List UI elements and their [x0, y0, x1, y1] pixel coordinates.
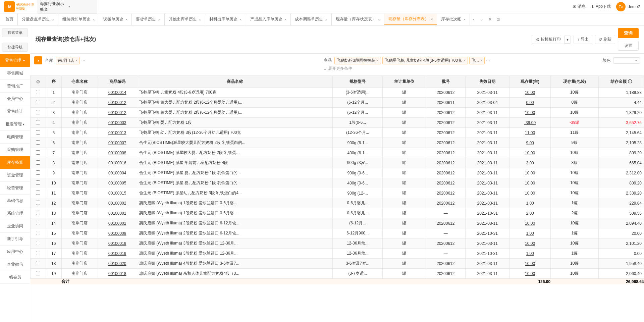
- row-stock-main[interactable]: 3.00: [509, 158, 550, 168]
- sidebar-item-marketing[interactable]: 营销推广: [0, 80, 30, 93]
- sidebar-item-retail-stats[interactable]: 零售统计: [0, 105, 30, 118]
- row-checkbox-cell[interactable]: [31, 168, 46, 178]
- tab-next-btn[interactable]: ›: [478, 14, 486, 25]
- row-code[interactable]: 00100012: [98, 98, 137, 108]
- tab-zu-chai-close[interactable]: ×: [93, 17, 95, 21]
- quick-nav-button[interactable]: 快捷导航: [2, 43, 28, 52]
- sidebar-item-basic[interactable]: 基础信息: [0, 195, 30, 207]
- industry-selector[interactable]: 母婴行业演示账套 ▾: [37, 0, 97, 14]
- color-filter-dropdown[interactable]: ▾: [613, 57, 640, 64]
- row-checkbox-cell[interactable]: [31, 98, 46, 108]
- row-code[interactable]: 00100012: [98, 108, 137, 118]
- row-code[interactable]: 00100003: [98, 118, 137, 128]
- tab-home[interactable]: 首页: [1, 14, 18, 25]
- row-stock-main[interactable]: 10.00: [509, 148, 550, 158]
- row-stock-main[interactable]: 10.00: [509, 218, 550, 228]
- tab-fen-pan[interactable]: 分量盘点单历史 ×: [18, 14, 58, 25]
- sidebar-item-system[interactable]: 系统管理: [0, 207, 30, 220]
- row-stock-main[interactable]: 10.00: [509, 259, 550, 269]
- tab-tiao-bo[interactable]: 调拨单历史 ×: [99, 14, 132, 25]
- row-checkbox[interactable]: [36, 110, 40, 114]
- product-tag-0-remove[interactable]: ×: [377, 58, 379, 62]
- search-button[interactable]: 查询: [618, 28, 639, 38]
- print-dropdown-btn[interactable]: ▾: [564, 36, 571, 44]
- row-stock-main[interactable]: 11.00: [509, 128, 550, 138]
- tab-zu-chai[interactable]: 组装拆卸单历史 ×: [58, 14, 99, 25]
- row-checkbox-cell[interactable]: [31, 108, 46, 118]
- tab-yao-huo[interactable]: 要货单历史 ×: [132, 14, 164, 25]
- row-checkbox-cell[interactable]: [31, 188, 46, 198]
- row-checkbox[interactable]: [36, 221, 40, 225]
- warehouse-tag-remove[interactable]: ×: [75, 58, 77, 62]
- row-checkbox-cell[interactable]: [31, 218, 46, 228]
- tab-cost-adjust[interactable]: 成本调整单历史 ×: [291, 14, 331, 25]
- product-filter-more[interactable]: ···: [486, 58, 490, 63]
- row-code[interactable]: 00100008: [98, 148, 137, 158]
- row-code[interactable]: 00100020: [98, 259, 137, 269]
- row-code[interactable]: 00100004: [98, 168, 137, 178]
- row-code[interactable]: 00100005: [98, 178, 137, 188]
- row-stock-main[interactable]: 1.00: [509, 249, 550, 259]
- row-checkbox[interactable]: [36, 150, 40, 155]
- row-checkbox[interactable]: [36, 160, 40, 165]
- sidebar-item-enterprise-wechat[interactable]: 企业微信: [0, 258, 30, 271]
- app-download-button[interactable]: ⬇ App下载: [591, 4, 611, 9]
- row-checkbox-cell[interactable]: [31, 88, 46, 98]
- row-checkbox[interactable]: [36, 271, 40, 275]
- tab-stock-status-close[interactable]: ×: [378, 17, 380, 21]
- row-code[interactable]: 00100009: [98, 228, 137, 238]
- tab-stock-dist-close[interactable]: ×: [431, 17, 433, 21]
- user-area[interactable]: Ea demo2: [616, 2, 640, 11]
- row-stock-main[interactable]: 1.00: [509, 198, 550, 208]
- messages-button[interactable]: ✉ 消息: [573, 4, 586, 9]
- row-stock-main[interactable]: 10.00: [509, 168, 550, 178]
- column-settings-icon[interactable]: ⚙: [36, 79, 40, 85]
- sidebar-item-retail-mgmt[interactable]: 零售管理 ▾: [0, 54, 30, 67]
- tab-yao-huo-close[interactable]: ×: [158, 17, 160, 21]
- row-checkbox-cell[interactable]: [31, 138, 46, 148]
- row-code[interactable]: 00100002: [98, 208, 137, 218]
- row-code[interactable]: 00100019: [98, 238, 137, 249]
- tab-stock-dist[interactable]: 现存量（库存分布表） ×: [384, 14, 437, 25]
- row-code[interactable]: 00100014: [98, 88, 137, 98]
- product-tag-1-remove[interactable]: ×: [463, 58, 465, 62]
- row-checkbox[interactable]: [36, 241, 40, 245]
- sidebar-item-purchase[interactable]: 采购管理: [0, 144, 30, 156]
- row-checkbox[interactable]: [36, 130, 40, 135]
- row-stock-main[interactable]: 10.00: [509, 88, 550, 98]
- tab-product-in[interactable]: 产成品入库单历史 ×: [246, 14, 291, 25]
- row-checkbox-cell[interactable]: [31, 158, 46, 168]
- sidebar-item-inventory[interactable]: 库存核算: [0, 156, 30, 169]
- row-checkbox-cell[interactable]: [31, 259, 46, 269]
- sidebar-item-member-card[interactable]: 畅会员: [0, 271, 30, 284]
- filter-more-btn[interactable]: ···: [81, 58, 85, 63]
- row-checkbox[interactable]: [36, 170, 40, 175]
- row-code[interactable]: 00100007: [98, 138, 137, 148]
- row-stock-main[interactable]: 10.00: [509, 178, 550, 188]
- row-stock-main[interactable]: 9.00: [509, 138, 550, 148]
- tab-prev-btn[interactable]: ‹: [470, 14, 478, 25]
- search-menu-button[interactable]: 搜索菜单: [2, 28, 28, 37]
- row-stock-main[interactable]: 2.00: [509, 208, 550, 218]
- tab-product-in-close[interactable]: ×: [284, 17, 286, 21]
- row-checkbox-cell[interactable]: [31, 208, 46, 218]
- settings-button[interactable]: 设置: [618, 41, 639, 51]
- row-checkbox[interactable]: [36, 251, 40, 255]
- row-code[interactable]: 00100002: [98, 218, 137, 228]
- sidebar-item-member[interactable]: 会员中心: [0, 93, 30, 105]
- print-template-button[interactable]: 🖨 按模板打印: [532, 35, 564, 44]
- row-checkbox[interactable]: [36, 261, 40, 265]
- tab-fen-pan-close[interactable]: ×: [52, 17, 54, 21]
- row-checkbox[interactable]: [36, 211, 40, 215]
- sidebar-item-operation[interactable]: 经营管理: [0, 182, 30, 195]
- sidebar-item-ecommerce[interactable]: 电商管理: [0, 131, 30, 144]
- row-code[interactable]: 00100016: [98, 158, 137, 168]
- tab-cost-adjust-close[interactable]: ×: [325, 17, 327, 21]
- tab-material-out[interactable]: 材料出库单历史 ×: [205, 14, 246, 25]
- row-checkbox-cell[interactable]: [31, 228, 46, 238]
- sidebar-item-finance[interactable]: 资金管理: [0, 169, 30, 182]
- row-stock-main[interactable]: 10.00: [509, 238, 550, 249]
- row-code[interactable]: 00100018: [98, 269, 137, 279]
- row-checkbox[interactable]: [36, 231, 40, 235]
- row-checkbox[interactable]: [36, 140, 40, 145]
